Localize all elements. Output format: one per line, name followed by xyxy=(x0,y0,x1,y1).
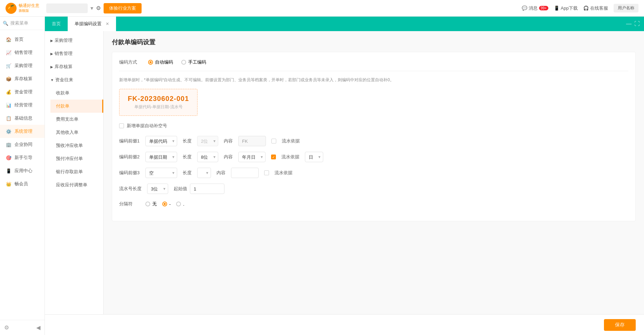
purchase-icon: 🛒 xyxy=(6,63,12,69)
save-button[interactable]: 保存 xyxy=(604,319,636,331)
prefix1-length-select[interactable]: 2位 xyxy=(197,136,218,146)
start-value-area: 起始值 xyxy=(174,184,224,194)
expand-icon[interactable]: ▾ xyxy=(90,5,93,11)
sub-group-capital[interactable]: ▼ 资金往来 xyxy=(45,73,103,86)
member-icon: 👑 xyxy=(6,181,12,187)
separator-label: 分隔符 xyxy=(119,201,140,207)
auto-fill-row: 新增单据自动补空号 xyxy=(119,123,628,129)
left-sidebar: 🔍 搜索菜单 🏠 首页 📈 销售管理 🛒 采购管理 📦 库存核算 💰 xyxy=(0,17,45,335)
finance-icon: 💰 xyxy=(6,89,12,95)
brand: 🍊 畅通好生意 旗舰版 xyxy=(6,3,39,14)
download-button[interactable]: 📱 App下载 xyxy=(554,5,578,11)
sub-item-other-income[interactable]: 其他收入单 xyxy=(50,126,103,139)
company-selector[interactable] xyxy=(46,3,88,13)
sidebar-item-basics[interactable]: 📋 基础信息 xyxy=(0,112,45,125)
prefix2-period-select[interactable]: 日 月 年 xyxy=(305,152,323,162)
tab-close-icon[interactable]: ✕ xyxy=(106,21,109,26)
sidebar-item-apps[interactable]: 📱 应用中心 xyxy=(0,164,45,177)
sub-item-bank[interactable]: 银行存取款单 xyxy=(50,165,103,178)
sidebar-item-home[interactable]: 🏠 首页 xyxy=(0,33,45,46)
sales-icon: 📈 xyxy=(6,49,12,56)
service-button[interactable]: 🎧 在线客服 xyxy=(583,5,608,11)
sub-sidebar-children: 收款单 付款单 费用支出单 其他收入单 预收冲应收单 预付冲应付单 银行存取款单… xyxy=(45,86,103,192)
collapse-icon[interactable]: ◀ xyxy=(36,324,40,331)
sub-item-receipt[interactable]: 收款单 xyxy=(50,86,103,100)
sub-item-prepay-pay[interactable]: 预付冲应付单 xyxy=(50,152,103,165)
coding-method-row: 编码方式 自动编码 手工编码 xyxy=(119,59,628,71)
tab-bar: 首页 单据编码设置 ✕ — ⛶ xyxy=(45,17,644,31)
tab-coding[interactable]: 单据编码设置 ✕ xyxy=(68,17,116,31)
prefix3-length-select[interactable] xyxy=(197,168,211,178)
sidebar-item-system[interactable]: ⚙️ 系统管理 xyxy=(0,125,45,138)
prefix2-select-wrapper: 单据日期 单据代码 空 xyxy=(145,152,177,162)
prefix3-select[interactable]: 空 单据代码 单据日期 xyxy=(145,168,177,178)
sub-group-sales[interactable]: ▶ 销售管理 xyxy=(45,47,103,60)
operations-icon: 📊 xyxy=(6,102,12,108)
message-button[interactable]: 💬 消息 99+ xyxy=(522,5,548,11)
user-area[interactable]: 用户名称 xyxy=(614,4,638,12)
company-icon: 🏢 xyxy=(6,141,12,148)
prefix2-content-wrapper: 年月日 年月 年 xyxy=(238,152,266,162)
prefix2-content-select[interactable]: 年月日 年月 年 xyxy=(238,152,266,162)
prefix2-serial-checkbox[interactable]: ✓ xyxy=(271,155,276,159)
prefix1-select[interactable]: 单据代码 单据日期 空 xyxy=(145,136,177,146)
sub-group-inventory[interactable]: ▶ 库存核算 xyxy=(45,60,103,73)
prefix2-length-select[interactable]: 8位 6位 4位 xyxy=(197,152,218,162)
prefix2-select[interactable]: 单据日期 单据代码 空 xyxy=(145,152,177,162)
serial-row: 流水号长度 3位 4位 5位 起始值 xyxy=(119,184,628,194)
auto-fill-label: 新增单据自动补空号 xyxy=(127,123,167,129)
prefix3-serial-label: 流水依据 xyxy=(275,170,292,176)
auto-code-radio-circle xyxy=(148,60,153,65)
sidebar-item-company[interactable]: 🏢 企业协同 xyxy=(0,138,45,151)
apps-icon: 📱 xyxy=(6,168,12,174)
sep-dot-radio[interactable]: . xyxy=(176,202,184,207)
sep-dash-radio[interactable]: - xyxy=(162,202,171,207)
sub-item-expense[interactable]: 费用支出单 xyxy=(50,113,103,126)
chevron-right-icon3: ▶ xyxy=(50,65,53,69)
sub-layout: ▶ 采购管理 ▶ 销售管理 ▶ 库存核算 ▼ 资金往来 收款单 付款单 xyxy=(45,31,644,314)
gear-icon[interactable]: ⚙ xyxy=(96,5,101,11)
sep-none-radio[interactable]: 无 xyxy=(145,201,157,207)
sub-item-prepay-collect[interactable]: 预收冲应收单 xyxy=(50,139,103,152)
sidebar-item-sales[interactable]: 📈 销售管理 xyxy=(0,46,45,59)
code-preview-sub: 单据代码-单据日期-流水号 xyxy=(128,104,189,110)
sub-group-purchase[interactable]: ▶ 采购管理 xyxy=(45,34,103,47)
prefix2-serial-label: 流水依据 xyxy=(281,154,299,160)
auto-code-radio[interactable]: 自动编码 xyxy=(148,59,173,65)
prefix3-length-wrapper xyxy=(197,168,211,178)
settings-bottom-icon[interactable]: ⚙ xyxy=(4,324,9,331)
sidebar-item-member[interactable]: 👑 畅会员 xyxy=(0,177,45,190)
sidebar-nav: 🏠 首页 📈 销售管理 🛒 采购管理 📦 库存核算 💰 资金管理 📊 经 xyxy=(0,30,45,320)
manual-code-radio[interactable]: 手工编码 xyxy=(181,59,206,65)
trial-button[interactable]: 体验行业方案 xyxy=(104,3,142,13)
sep-none-radio-circle xyxy=(145,202,150,206)
bottom-bar: 保存 xyxy=(45,314,644,335)
sub-item-payment[interactable]: 付款单 xyxy=(50,100,103,113)
chevron-right-icon2: ▶ xyxy=(50,52,53,56)
prefix3-content-input[interactable] xyxy=(231,168,259,178)
prefix1-label: 编码前缀1 xyxy=(119,138,140,144)
prefix3-serial-checkbox[interactable] xyxy=(264,170,269,175)
tab-minimize-icon[interactable]: — xyxy=(626,21,632,27)
sidebar-item-guide[interactable]: 🎯 新手引导 xyxy=(0,151,45,164)
serial-length-select[interactable]: 3位 4位 5位 xyxy=(147,184,168,194)
tab-home[interactable]: 首页 xyxy=(45,17,68,31)
sidebar-item-operations[interactable]: 📊 经营管理 xyxy=(0,99,45,112)
start-value-input[interactable] xyxy=(190,184,224,194)
prefix3-length-label: 长度 xyxy=(183,170,192,176)
coding-method-label: 编码方式 xyxy=(119,59,137,65)
search-menu[interactable]: 🔍 搜索菜单 xyxy=(0,17,45,30)
manual-code-radio-circle xyxy=(181,60,186,65)
auto-fill-checkbox[interactable] xyxy=(119,123,124,128)
prefix1-serial-checkbox[interactable] xyxy=(271,139,276,143)
prefix1-content-input[interactable] xyxy=(238,136,266,146)
prefix2-label: 编码前缀2 xyxy=(119,154,140,160)
sidebar-item-inventory[interactable]: 📦 库存核算 xyxy=(0,72,45,85)
prefix2-content-label: 内容 xyxy=(224,154,233,160)
sub-item-ar-ap[interactable]: 应收应付调整单 xyxy=(50,178,103,192)
sidebar-item-purchase[interactable]: 🛒 采购管理 xyxy=(0,59,45,72)
topbar-right: 💬 消息 99+ 📱 App下载 🎧 在线客服 用户名称 xyxy=(522,4,638,12)
sidebar-item-finance[interactable]: 💰 资金管理 xyxy=(0,85,45,99)
prefix1-length-wrapper: 2位 xyxy=(197,136,218,146)
tab-expand-icon[interactable]: ⛶ xyxy=(634,21,640,27)
